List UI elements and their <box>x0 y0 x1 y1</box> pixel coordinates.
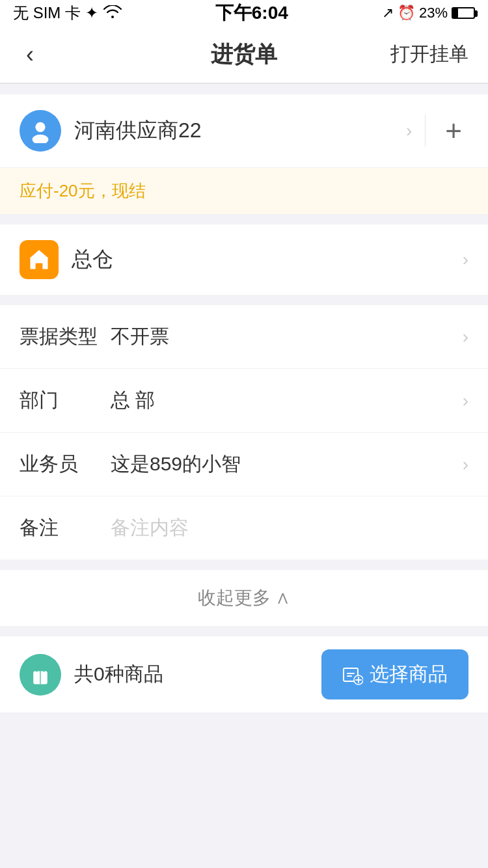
open-pending-button[interactable]: 打开挂单 <box>390 41 468 68</box>
svg-point-0 <box>35 122 45 132</box>
status-bar-left: 无 SIM 卡 ✦ <box>13 3 122 23</box>
bottom-area <box>0 712 488 868</box>
warehouse-row[interactable]: 总仓 › <box>0 224 488 295</box>
home-icon <box>27 248 51 271</box>
notice-text: 应付-20元，现结 <box>20 181 146 200</box>
salesperson-value: 这是859的小智 <box>111 451 463 478</box>
department-row[interactable]: 部门 总 部 › <box>0 369 488 433</box>
select-product-label: 选择商品 <box>370 661 448 688</box>
svg-point-1 <box>33 135 49 143</box>
shopping-bag-icon <box>29 663 52 686</box>
add-supplier-button[interactable]: + <box>439 115 468 147</box>
invoice-type-chevron-icon: › <box>463 327 468 347</box>
supplier-chevron-icon: › <box>406 120 412 141</box>
warehouse-icon <box>20 240 59 279</box>
department-chevron-icon: › <box>463 390 468 411</box>
wifi-icon <box>103 4 122 22</box>
select-product-button[interactable]: 选择商品 <box>321 649 468 699</box>
svg-rect-2 <box>36 263 43 271</box>
products-bar: 共0种商品 选择商品 <box>0 636 488 712</box>
form-section: 票据类型 不开票 › 部门 总 部 › 业务员 这是859的小智 › 备注 备注… <box>0 305 488 560</box>
supplier-card: 河南供应商22 › + 应付-20元，现结 <box>0 94 488 214</box>
remark-row[interactable]: 备注 备注内容 <box>0 496 488 560</box>
battery-icon <box>452 7 475 19</box>
product-count-label: 共0种商品 <box>74 661 308 688</box>
vertical-divider <box>425 115 426 147</box>
status-bar: 无 SIM 卡 ✦ 下午6:04 ↗ ⏰ 23% <box>0 0 488 26</box>
invoice-type-value: 不开票 <box>111 323 463 350</box>
product-icon <box>20 654 61 696</box>
battery-text: 23% <box>419 5 448 21</box>
supplier-name: 河南供应商22 <box>74 116 406 145</box>
department-label: 部门 <box>20 387 111 414</box>
supplier-row[interactable]: 河南供应商22 › + <box>0 94 488 168</box>
supplier-avatar <box>20 110 61 152</box>
status-bar-time: 下午6:04 <box>215 1 288 25</box>
warehouse-card[interactable]: 总仓 › <box>0 224 488 295</box>
person-icon <box>28 118 53 143</box>
add-product-icon <box>342 664 363 685</box>
warehouse-name: 总仓 <box>72 245 463 274</box>
nav-bar: ‹ 进货单 打开挂单 <box>0 26 488 83</box>
invoice-type-row[interactable]: 票据类型 不开票 › <box>0 305 488 369</box>
sim-indicator: 无 SIM 卡 ✦ <box>13 3 98 23</box>
salesperson-chevron-icon: › <box>463 454 468 475</box>
collapse-label: 收起更多 ∧ <box>198 586 291 610</box>
warehouse-chevron-icon: › <box>463 249 468 270</box>
department-value: 总 部 <box>111 387 463 414</box>
invoice-type-label: 票据类型 <box>20 323 111 350</box>
remark-label: 备注 <box>20 515 111 541</box>
collapse-row[interactable]: 收起更多 ∧ <box>0 570 488 626</box>
back-button[interactable]: ‹ <box>20 34 40 75</box>
salesperson-row[interactable]: 业务员 这是859的小智 › <box>0 433 488 496</box>
location-icon: ↗ <box>382 5 394 21</box>
notice-bar: 应付-20元，现结 <box>0 168 488 214</box>
alarm-icon: ⏰ <box>398 5 415 21</box>
page-title: 进货单 <box>211 40 277 70</box>
salesperson-label: 业务员 <box>20 451 111 478</box>
status-bar-right: ↗ ⏰ 23% <box>382 5 475 21</box>
remark-input[interactable]: 备注内容 <box>111 515 468 541</box>
